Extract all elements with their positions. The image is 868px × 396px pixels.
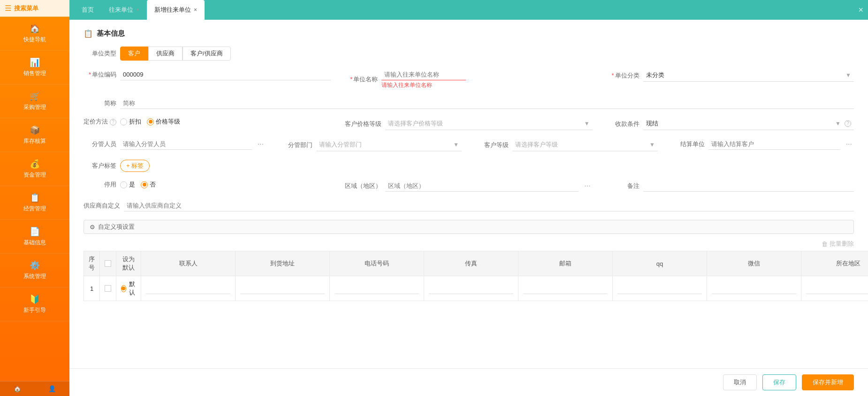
short-name-input[interactable]	[120, 98, 854, 109]
settlement-label: 结算单位	[672, 140, 705, 148]
sidebar-item-quick-nav[interactable]: 🏠 快捷导航	[0, 17, 69, 51]
cell-contact[interactable]	[141, 276, 236, 301]
cell-phone[interactable]	[330, 276, 424, 301]
main-area: 首页 往来单位 × 新增往来单位 × × 📋 基本信息 单位类型 客户 供应商 …	[69, 0, 868, 396]
sidebar-item-basic-info[interactable]: 📄 基础信息	[0, 220, 69, 254]
pricing-discount-radio[interactable]: 折扣	[120, 117, 141, 126]
tag-add-button[interactable]: + 标签	[120, 160, 150, 172]
contact-input[interactable]	[146, 283, 230, 294]
tag-field: 客户标签 + 标签	[84, 160, 854, 172]
unit-category-select[interactable]: 未分类 ▼	[643, 69, 854, 82]
customer-level-value: 请选择客户等级	[515, 140, 647, 149]
cell-email[interactable]	[518, 276, 613, 301]
settlement-more-btn[interactable]: ···	[844, 140, 854, 148]
tab-new-vendor[interactable]: 新增往来单位 ×	[147, 0, 205, 20]
customer-price-level-value: 请选择客户价格等级	[388, 119, 582, 128]
tag-add-label: + 标签	[126, 162, 144, 170]
save-button[interactable]: 保存	[762, 374, 796, 390]
customer-level-field: 客户等级 请选择客户等级 ▼	[476, 139, 658, 151]
sidebar-item-guide[interactable]: 🔰 新手引导	[0, 287, 69, 321]
manager-input[interactable]	[120, 139, 252, 150]
unit-type-both-btn[interactable]: 客户/供应商	[183, 47, 231, 61]
unit-name-error: 请输入往来单位名称	[381, 81, 466, 89]
sidebar-item-sales[interactable]: 📊 销售管理	[0, 51, 69, 85]
search-icon: ☰	[5, 4, 11, 13]
pricing-help-icon[interactable]: ?	[110, 119, 116, 125]
disabled-no-radio[interactable]: 否	[141, 180, 156, 189]
sidebar-item-inventory[interactable]: 📦 库存核算	[0, 118, 69, 152]
cancel-button[interactable]: 取消	[723, 374, 757, 390]
cell-wechat[interactable]	[707, 276, 801, 301]
location-input[interactable]	[806, 283, 868, 294]
email-input[interactable]	[523, 283, 608, 294]
custom-setting-button[interactable]: ⚙ 自定义项设置	[84, 220, 854, 234]
disabled-yes-radio[interactable]: 是	[120, 180, 135, 189]
pricing-level-radio[interactable]: 价格等级	[147, 117, 180, 126]
sidebar-bottom: 🏠 👤	[0, 381, 69, 396]
customer-price-level-select[interactable]: 请选择客户价格等级 ▼	[385, 117, 592, 130]
tag-row: 客户标签 + 标签	[84, 160, 854, 172]
save-new-button[interactable]: 保存并新增	[802, 374, 854, 390]
sidebar-item-finance[interactable]: 💰 资金管理	[0, 152, 69, 186]
manager-more-btn[interactable]: ···	[256, 140, 266, 148]
cell-address[interactable]	[236, 276, 330, 301]
tab-new-vendor-close[interactable]: ×	[194, 7, 197, 13]
region-more-btn[interactable]: ···	[582, 182, 592, 190]
pricing-row: 定价方法? 折扣 价格等级 客户价格等级	[84, 117, 854, 130]
disabled-yes-outer	[120, 181, 127, 188]
sidebar-search[interactable]: ☰ 搜索菜单	[0, 0, 69, 17]
phone-input[interactable]	[335, 283, 419, 294]
default-radio[interactable]: 默认	[121, 280, 136, 297]
payment-terms-select[interactable]: 现结 ▼ ?	[643, 117, 854, 130]
tab-home[interactable]: 首页	[74, 0, 101, 20]
tab-vendor-list[interactable]: 往来单位 ×	[101, 0, 147, 20]
unit-code-input[interactable]	[120, 69, 331, 80]
col-email: 邮箱	[518, 251, 613, 276]
cell-qq[interactable]	[613, 276, 707, 301]
sidebar-item-system[interactable]: ⚙️ 系统管理	[0, 254, 69, 287]
sidebar-item-operations[interactable]: 📋 经营管理	[0, 186, 69, 220]
guide-icon: 🔰	[30, 294, 40, 304]
row-checkbox[interactable]	[105, 285, 111, 292]
department-arrow: ▼	[453, 141, 459, 148]
payment-help-icon[interactable]: ?	[845, 120, 851, 127]
close-all-button[interactable]: ×	[858, 5, 863, 15]
remark-input[interactable]	[643, 180, 854, 192]
qq-input[interactable]	[617, 283, 702, 294]
cell-fax[interactable]	[424, 276, 518, 301]
sidebar-bottom-user[interactable]: 👤	[48, 385, 56, 392]
pricing-level-label: 价格等级	[156, 117, 180, 126]
unit-category-value: 未分类	[646, 71, 844, 79]
fax-input[interactable]	[429, 283, 513, 294]
tab-vendor-list-close[interactable]: ×	[136, 7, 139, 13]
select-all-checkbox[interactable]	[105, 260, 111, 267]
customer-level-select[interactable]: 请选择客户等级 ▼	[512, 139, 658, 151]
sidebar-label-operations: 经营管理	[23, 205, 46, 213]
payment-terms-value: 现结	[646, 119, 833, 128]
unit-name-field-wrap: 请输入往来单位名称	[381, 69, 466, 89]
settlement-input[interactable]	[708, 139, 840, 150]
batch-delete-label[interactable]: 批量删除	[830, 240, 854, 248]
wechat-input[interactable]	[712, 283, 796, 294]
supplier-custom-label: 供应商自定义	[84, 202, 120, 210]
manager-row: 分管人员 ··· 分管部门 请输入分管部门 ▼ 客户等级 请选择客户等级 ▼ 结…	[84, 139, 854, 151]
department-select[interactable]: 请输入分管部门 ▼	[316, 139, 462, 151]
region-input[interactable]	[385, 180, 579, 192]
table-head-row: 序号 设为默认 联系人 到货地址 电话号码 传真 邮箱 qq 微信 所在地区 操…	[84, 251, 868, 276]
customer-price-level-arrow: ▼	[584, 120, 590, 127]
tag-label: 客户标签	[84, 162, 116, 170]
finance-icon: 💰	[30, 159, 40, 169]
unit-code-label: *单位编码	[84, 70, 116, 79]
unit-type-customer-btn[interactable]: 客户	[120, 47, 148, 61]
sidebar-bottom-home[interactable]: 🏠	[14, 385, 21, 392]
sidebar-item-purchase[interactable]: 🛒 采购管理	[0, 85, 69, 118]
unit-name-input[interactable]	[381, 69, 466, 80]
supplier-custom-input[interactable]	[124, 200, 854, 211]
pricing-method-label: 定价方法?	[84, 117, 116, 126]
unit-type-supplier-btn[interactable]: 供应商	[148, 47, 183, 61]
unit-category-field: *单位分类 未分类 ▼	[607, 69, 854, 82]
cell-location[interactable]	[801, 276, 868, 301]
address-input[interactable]	[240, 283, 325, 294]
unit-type-label: 单位类型	[84, 49, 116, 58]
tab-home-label: 首页	[82, 6, 94, 14]
